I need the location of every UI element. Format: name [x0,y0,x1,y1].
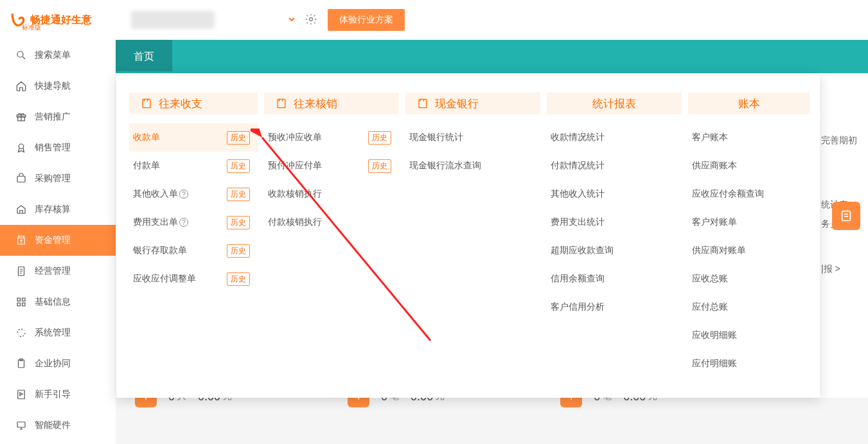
mega-col-header: 往来收支 [129,93,258,114]
mega-item[interactable]: 应付总账 [688,293,810,321]
history-badge[interactable]: 历史 [368,131,391,145]
cycle-icon [15,327,27,339]
mega-item[interactable]: 超期应收款查询 [547,236,682,265]
sidebar-item-compass[interactable]: 新手引导 [0,379,116,410]
compass-icon [15,389,27,400]
mega-item-label: 应付总账 [692,301,728,313]
nav-label: 销售管理 [35,142,71,154]
mega-col-title: 往来核销 [294,96,337,111]
badge-icon [15,142,27,154]
doc-icon [15,265,27,277]
help-icon[interactable]: ? [179,190,188,199]
mega-item[interactable]: 应收应付调整单历史 [129,265,258,293]
sidebar-item-house[interactable]: 库存核算 [0,194,116,225]
peek-text: |报 > [820,260,868,279]
mega-item[interactable]: 其他收入单?历史 [129,180,258,208]
mega-item[interactable]: 费用支出单?历史 [129,208,258,236]
nav-label: 快捷导航 [35,80,71,92]
mega-col-title: 统计报表 [592,96,636,111]
doc-icon [416,96,430,111]
mega-item-label: 收款核销执行 [268,188,322,200]
right-peek-panel: 完善期初 统计表（ 务员) |报 > [820,73,868,398]
mega-item[interactable]: 客户信用分析 [547,293,682,321]
mega-item-label: 收款单 [133,132,160,143]
mega-item-label: 费用支出单? [133,217,188,228]
peek-icon[interactable] [832,202,860,230]
history-badge[interactable]: 历史 [227,188,250,201]
mega-item[interactable]: 预付冲应付单历史 [264,152,399,180]
mega-menu: 往来收支收款单历史付款单历史其他收入单?历史费用支出单?历史银行存取款单历史应收… [116,73,820,398]
mega-item[interactable]: 银行存取款单历史 [129,236,258,265]
history-badge[interactable]: 历史 [227,159,250,173]
tab-bar: 首页 [116,40,868,73]
mega-item[interactable]: 应收明细账 [688,321,810,350]
mega-item[interactable]: 付款单历史 [129,152,258,180]
mega-item[interactable]: 供应商对账单 [688,236,810,265]
nav-label: 搜索菜单 [35,49,71,61]
mega-item[interactable]: 收款情况统计 [547,123,682,152]
sidebar-item-cycle[interactable]: 系统管理 [0,317,116,348]
mega-item-label: 现金银行统计 [409,132,463,143]
mega-item[interactable]: 客户账本 [688,123,810,152]
mega-col-header: 往来核销 [264,93,399,114]
mega-item[interactable]: 现金银行流水查询 [405,152,540,180]
mega-item-label: 预付冲应付单 [268,160,322,172]
chevron-down-icon[interactable] [288,15,296,25]
history-badge[interactable]: 历史 [227,131,250,145]
mega-item-label: 银行存取款单 [133,245,187,256]
sidebar-item-tv[interactable]: 智能硬件 [0,410,116,441]
history-badge[interactable]: 历史 [227,244,250,258]
mega-col: 统计报表收款情况统计付款情况统计其他收入统计费用支出统计超期应收款查询信用余额查… [547,93,682,385]
history-badge[interactable]: 历史 [368,159,391,173]
mega-col-title: 现金银行 [435,96,479,111]
sidebar-item-badge[interactable]: 销售管理 [0,132,116,163]
nav-label: 企业协同 [35,358,71,369]
nav-label: 智能硬件 [35,420,71,431]
mega-item[interactable]: 客户对账单 [688,208,810,236]
mega-col: 现金银行现金银行统计现金银行流水查询 [405,93,540,385]
mega-item[interactable]: 应收总账 [688,265,810,293]
mega-item[interactable]: 信用余额查询 [547,265,682,293]
mega-item[interactable]: 应收应付余额查询 [688,180,810,208]
nav-label: 采购管理 [35,173,71,184]
mega-col: 往来收支收款单历史付款单历史其他收入单?历史费用支出单?历史银行存取款单历史应收… [129,93,258,385]
mega-item[interactable]: 供应商账本 [688,152,810,180]
history-badge[interactable]: 历史 [227,272,250,286]
account-name-blurred [131,11,215,29]
grid-icon [15,296,27,308]
mega-item-label: 费用支出统计 [551,217,605,228]
mega-item[interactable]: 预收冲应收单历史 [264,123,399,152]
mega-item[interactable]: 应付明细账 [688,350,810,378]
sidebar-item-home[interactable]: 快捷导航 [0,71,116,102]
svg-point-3 [19,144,24,149]
mega-item-label: 客户账本 [692,132,728,143]
sidebar-item-clipboard[interactable]: 企业协同 [0,348,116,379]
mega-item[interactable]: 现金银行统计 [405,123,540,152]
mega-col: 往来核销预收冲应收单历史预付冲应付单历史收款核销执行付款核销执行 [264,93,399,385]
cta-button[interactable]: 体验行业方案 [328,9,405,31]
sidebar-item-money[interactable]: 资金管理 [0,225,116,256]
gear-icon[interactable] [305,13,319,27]
tab-home[interactable]: 首页 [116,40,172,73]
mega-item[interactable]: 收款单历史 [129,123,258,152]
history-badge[interactable]: 历史 [227,216,250,229]
sidebar-item-grid[interactable]: 基础信息 [0,287,116,317]
mega-item-label: 超期应收款查询 [551,245,614,256]
mega-item-label: 应付明细账 [692,358,737,369]
help-icon[interactable]: ? [179,218,188,227]
svg-point-14 [310,18,313,21]
mega-item[interactable]: 费用支出统计 [547,208,682,236]
mega-item[interactable]: 付款情况统计 [547,152,682,180]
sidebar-item-gift[interactable]: 营销推广 [0,102,116,132]
sidebar-item-cart[interactable]: 采购管理 [0,163,116,194]
money-icon [15,235,27,246]
svg-rect-8 [17,303,21,306]
mega-item[interactable]: 付款核销执行 [264,208,399,236]
sidebar-item-search[interactable]: 搜索菜单 [0,40,116,71]
mega-item[interactable]: 收款核销执行 [264,180,399,208]
cart-icon [15,173,27,184]
mega-col-header: 现金银行 [405,93,540,114]
mega-item[interactable]: 其他收入统计 [547,180,682,208]
sidebar-item-doc[interactable]: 经营管理 [0,256,116,287]
house-icon [15,204,27,215]
